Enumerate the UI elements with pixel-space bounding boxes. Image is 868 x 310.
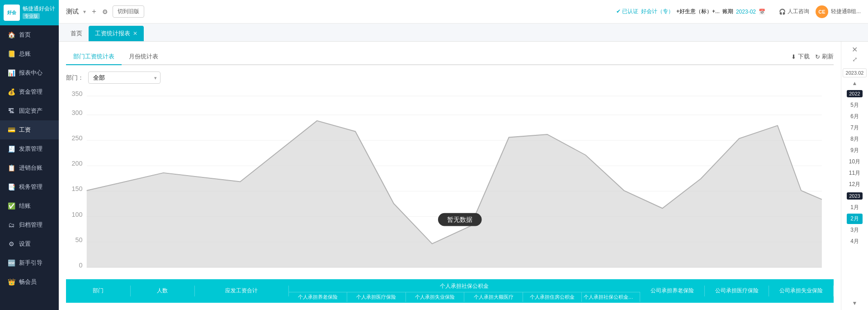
month-item-2023-3月[interactable]: 3月 xyxy=(847,225,863,235)
settings-icon: ⚙ xyxy=(7,240,15,248)
month-list: 20225月6月7月8月9月10月11月12月20231月2月3月4月 xyxy=(845,88,864,298)
sidebar-item-reports[interactable]: 📊报表中心 xyxy=(0,63,59,82)
sidebar-item-assets[interactable]: 🏗固定资产 xyxy=(0,101,59,120)
sidebar-label-salary: 工资 xyxy=(19,126,31,134)
th-unemployment: 个人承担失业保险 xyxy=(406,292,465,302)
panel-scroll-down-icon[interactable]: ▼ xyxy=(852,300,858,306)
content-area: 部门工资统计表 月份统计表 ⬇ 下载 ↻ 刷新 xyxy=(59,42,868,310)
dept-select[interactable]: 全部销售部财务部行政部技术部 xyxy=(88,72,160,84)
svg-text:0: 0 xyxy=(79,262,83,269)
sidebar-item-funds[interactable]: 💰资金管理 xyxy=(0,82,59,101)
year-2023-badge: 2023 xyxy=(847,192,862,200)
settle-icon: ✅ xyxy=(7,202,15,210)
panel-expand-icon[interactable]: ⤢ xyxy=(852,56,858,63)
sidebar-label-reports: 报表中心 xyxy=(19,69,42,77)
th-housing: 个人承担住房公积金 xyxy=(523,292,582,302)
month-item-11月[interactable]: 11月 xyxy=(845,168,864,178)
sidebar-item-tax[interactable]: 📑税务管理 xyxy=(0,177,59,196)
sidebar-label-sales: 进销台账 xyxy=(19,164,42,172)
tax-icon: 📑 xyxy=(7,183,15,191)
sidebar-item-archive[interactable]: 🗂归档管理 xyxy=(0,215,59,234)
assets-icon: 🏗 xyxy=(7,107,15,114)
sidebar-label-settle: 结账 xyxy=(19,202,31,210)
cert-status: ✔ 已认证 xyxy=(616,8,638,15)
svg-text:350: 350 xyxy=(72,90,83,97)
sidebar-item-member[interactable]: 👑畅会员 xyxy=(0,272,59,291)
th-count: 人数 xyxy=(131,286,195,296)
good-status: 好会计（专） xyxy=(641,8,674,15)
month-item-8月[interactable]: 8月 xyxy=(847,134,863,144)
calendar-icon[interactable]: 📅 xyxy=(759,9,765,15)
sidebar-label-guide: 新手引导 xyxy=(19,259,42,267)
sidebar-label-assets: 固定资产 xyxy=(19,107,42,115)
chart-tooltip-text: 暂无数据 xyxy=(447,216,472,223)
refresh-icon: ↻ xyxy=(815,53,820,60)
tab-close-icon[interactable]: ✕ xyxy=(133,31,137,36)
sidebar-item-sales[interactable]: 📋进销台账 xyxy=(0,158,59,177)
sidebar-label-settings: 设置 xyxy=(19,240,31,248)
month-item-7月[interactable]: 7月 xyxy=(847,123,863,133)
th-co-pension: 公司承担养老保险 xyxy=(640,286,705,296)
tab-salary-stats[interactable]: 工资统计报表 ✕ xyxy=(89,26,144,41)
sidebar-item-settings[interactable]: ⚙设置 xyxy=(0,234,59,253)
logo-text: 畅捷通好会计 专业版 xyxy=(23,5,55,19)
avatar: CE xyxy=(816,5,828,18)
sidebar-item-settle[interactable]: ✅结账 xyxy=(0,196,59,215)
topbar-add-button[interactable]: ＋ xyxy=(90,7,98,16)
svg-text:300: 300 xyxy=(72,109,83,116)
download-button[interactable]: ⬇ 下载 xyxy=(791,52,810,61)
panel-scroll-up-icon[interactable]: ▲ xyxy=(852,80,858,86)
svg-text:50: 50 xyxy=(75,236,83,243)
month-item-2023-4月[interactable]: 4月 xyxy=(847,236,863,247)
refresh-button[interactable]: ↻ 刷新 xyxy=(815,52,834,61)
sidebar-label-ledger: 总账 xyxy=(19,50,31,58)
switch-version-button[interactable]: 切到旧版 xyxy=(113,5,144,18)
month-item-9月[interactable]: 9月 xyxy=(847,145,863,156)
svg-text:250: 250 xyxy=(72,134,83,142)
th-co-medical: 公司承担医疗保险 xyxy=(705,286,769,296)
filter-row: 部门： 全部销售部财务部行政部技术部 ▾ xyxy=(66,72,834,84)
month-item-6月[interactable]: 6月 xyxy=(847,111,863,122)
sidebar-label-archive: 归档管理 xyxy=(19,221,42,229)
topbar-dropdown-icon[interactable]: ▾ xyxy=(83,9,86,15)
panel-close-icon[interactable]: ✕ xyxy=(852,45,858,54)
th-total-salary: 应发工资合计 xyxy=(195,286,288,296)
consult-button[interactable]: 🎧 人工咨询 xyxy=(779,8,809,15)
salary-icon: 💳 xyxy=(7,126,15,134)
sidebar-item-salary[interactable]: 💳工资 xyxy=(0,120,59,139)
sales-icon: 📋 xyxy=(7,164,15,172)
chart-area xyxy=(87,121,822,267)
month-item-12月[interactable]: 12月 xyxy=(845,179,864,190)
sidebar-item-ledger[interactable]: 📒总账 xyxy=(0,44,59,63)
month-item-10月[interactable]: 10月 xyxy=(845,157,864,167)
chart-svg: 0 50 100 150 200 250 300 350 xyxy=(66,90,834,279)
plus-status: +好生意（标）+... xyxy=(676,8,720,15)
th-group-cells: 个人承担养老保险个人承担医疗保险个人承担失业保险个人承担大额医疗个人承担住房公积… xyxy=(289,292,641,302)
month-item-2023-1月[interactable]: 1月 xyxy=(847,202,863,213)
table-header: 部门 人数 应发工资合计 个人承担社保公积金 个人承担养老保险个人承担医疗保险个… xyxy=(66,279,834,303)
download-icon: ⬇ xyxy=(791,53,796,60)
tabbar: 首页 工资统计报表 ✕ xyxy=(59,24,868,42)
sidebar-label-tax: 税务管理 xyxy=(19,183,42,191)
salary-stats-tab-label: 工资统计报表 xyxy=(95,29,130,38)
tab-home[interactable]: 首页 xyxy=(66,26,87,41)
chart-container: 0 50 100 150 200 250 300 350 xyxy=(66,90,834,279)
member-icon: 👑 xyxy=(7,278,15,286)
sidebar-item-guide[interactable]: 🆕新手引导 xyxy=(0,253,59,272)
topbar-status: ✔ 已认证 好会计（专） +好生意（标）+... 账期 2023-02 📅 xyxy=(616,8,765,15)
topbar-gear-icon[interactable]: ⚙ xyxy=(102,8,108,15)
user-menu[interactable]: CE 轻捷通B组... xyxy=(816,5,861,18)
sidebar-label-home: 首页 xyxy=(19,31,31,39)
dept-filter-label: 部门： xyxy=(66,74,84,82)
th-group-title: 个人承担社保公积金 xyxy=(289,281,641,292)
sidebar-item-invoice[interactable]: 🧾发票管理 xyxy=(0,139,59,158)
sub-tab-dept[interactable]: 部门工资统计表 xyxy=(66,49,122,64)
sidebar-item-home[interactable]: 🏠首页 xyxy=(0,25,59,44)
month-item-5月[interactable]: 5月 xyxy=(847,100,863,110)
th-group-personal: 个人承担社保公积金 个人承担养老保险个人承担医疗保险个人承担失业保险个人承担大额… xyxy=(289,281,641,302)
sub-tab-monthly[interactable]: 月份统计表 xyxy=(122,49,165,64)
th-medical: 个人承担医疗保险 xyxy=(347,292,406,302)
month-item-2023-2月[interactable]: 2月 xyxy=(847,214,863,224)
panel-date-label: 2023.02 xyxy=(843,68,867,77)
right-panel: ✕ ⤢ 2023.02 ▲ 20225月6月7月8月9月10月11月12月202… xyxy=(841,42,868,310)
